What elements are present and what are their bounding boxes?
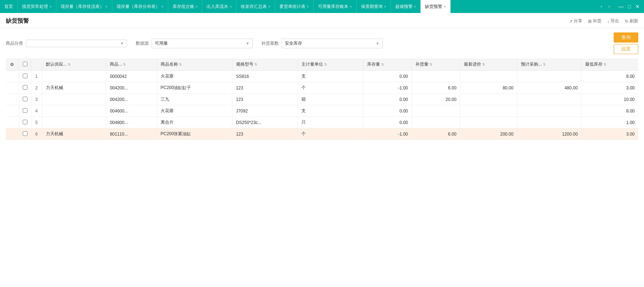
col-product-code-label: 商品...	[110, 61, 122, 67]
nav-tab-demand-stat[interactable]: 要货单统计表×	[275, 0, 314, 13]
datasource-value: 可用量	[155, 40, 168, 47]
refresh-action[interactable]: ↻ 刷新	[625, 18, 638, 24]
nav-tab-close[interactable]: ×	[307, 5, 309, 9]
replenish-base-filter: 补货基数 安全库存 ▼	[261, 39, 383, 48]
replenish-base-arrow: ▼	[376, 41, 379, 45]
row-checkbox[interactable]	[23, 97, 27, 101]
share-label: 分享	[574, 18, 582, 24]
cell-stock: 0.00	[363, 94, 412, 105]
cell-product-code: 801110...	[106, 128, 157, 140]
row-checkbox[interactable]	[23, 74, 27, 78]
nav-tab-close[interactable]: ×	[161, 5, 164, 9]
close-button[interactable]: ✕	[634, 3, 641, 10]
shortage-table: ⚙ 默认供应... ⇅ 商品..	[6, 58, 638, 140]
table-header: ⚙ 默认供应... ⇅ 商品..	[6, 58, 638, 71]
export-action[interactable]: ↓ 导出	[607, 18, 619, 24]
cell-stock: -1.00	[363, 128, 412, 140]
cell-min-stock: 8.00	[582, 71, 638, 82]
cell-replenish-qty: 6.00	[412, 82, 460, 94]
table-body: 10000042火花塞SS816支0.008.002力天机械004200...P…	[6, 71, 638, 140]
category-select-arrow: ▼	[120, 41, 124, 45]
column-replenish-qty: 补货量 ⇅	[412, 58, 460, 71]
nav-tab-shortage[interactable]: 缺货预警×	[421, 0, 451, 13]
nav-tab-close[interactable]: ×	[350, 5, 352, 9]
table-row: 4004600...火花塞J7092支0.008.00	[6, 105, 638, 117]
cell-spec: SS816	[232, 71, 297, 82]
cell-unit: 个	[297, 128, 363, 140]
cell-checkbox	[19, 105, 31, 117]
row-checkbox[interactable]	[23, 85, 27, 90]
nav-tab-close[interactable]: ×	[414, 5, 416, 9]
nav-tab-exception[interactable]: 拣货异常处理×	[18, 0, 56, 13]
replenish-base-label: 补货基数	[261, 40, 279, 47]
nav-tab-label: 保质期查询	[361, 4, 383, 10]
cell-checkbox	[19, 128, 31, 140]
query-button[interactable]: 查询	[614, 32, 638, 43]
cell-unit: 支	[297, 105, 363, 117]
sort-icon-stock: ⇅	[381, 63, 384, 66]
cell-row-num: 4	[31, 105, 42, 117]
cell-row-num: 5	[31, 117, 42, 128]
nav-tab-close[interactable]: ×	[196, 5, 198, 9]
nav-tab-close[interactable]: ×	[230, 5, 232, 9]
nav-tab-available-ledger[interactable]: 可用量库存账本×	[314, 0, 357, 13]
nav-tab-close[interactable]: ×	[384, 5, 386, 9]
column-est-purchase: 预计采购... ⇅	[517, 58, 582, 71]
cell-row-num: 2	[31, 82, 42, 94]
nav-tab-overstock[interactable]: 超储预警×	[391, 0, 421, 13]
data-table-container: ⚙ 默认供应... ⇅ 商品..	[0, 58, 644, 140]
select-all-checkbox[interactable]	[23, 62, 27, 66]
replenish-base-select[interactable]: 安全库存 ▼	[282, 39, 383, 48]
nav-next-arrow[interactable]: ›	[606, 3, 613, 10]
minimize-button[interactable]: —	[617, 3, 625, 10]
nav-tab-inventory-dist[interactable]: 现存量（库存分布表）×	[112, 0, 168, 13]
cell-replenish-qty	[412, 105, 460, 117]
row-checkbox[interactable]	[23, 131, 27, 136]
nav-tab-collect-summary[interactable]: 收发存汇总表×	[236, 0, 275, 13]
cell-unit: 只	[297, 117, 363, 128]
nav-tab-expiry-query[interactable]: 保质期查询×	[357, 0, 391, 13]
column-min-stock: 最低库存 ⇅	[582, 58, 638, 71]
nav-tab-inventory-status[interactable]: 现存量（库存状况表）×	[56, 0, 112, 13]
cell-latest-price	[460, 117, 517, 128]
cell-row-num: 1	[31, 71, 42, 82]
cell-default-supplier	[42, 105, 106, 117]
replenish-action[interactable]: ⊞ 补货	[588, 18, 601, 24]
col-stock-label: 库存量	[367, 61, 380, 67]
refresh-icon: ↻	[625, 19, 628, 24]
maximize-button[interactable]: □	[627, 3, 632, 10]
cell-product-code: 004200...	[106, 82, 157, 94]
cell-min-stock: 3.00	[582, 82, 638, 94]
nav-tab-home[interactable]: 首页	[0, 0, 18, 13]
cell-min-stock: 3.00	[582, 128, 638, 140]
nav-tab-close[interactable]: ×	[105, 5, 108, 9]
row-checkbox[interactable]	[23, 108, 27, 113]
cell-gear	[6, 128, 19, 140]
nav-tab-inout-flow[interactable]: 出入库流水×	[202, 0, 236, 13]
column-rownum	[31, 58, 42, 71]
nav-tab-close[interactable]: ×	[444, 5, 446, 9]
window-controls: — □ ✕	[614, 3, 644, 10]
nav-tab-label: 现存量（库存状况表）	[61, 4, 104, 10]
nav-tab-close[interactable]: ×	[268, 5, 270, 9]
nav-tab-batch-account[interactable]: 库存批次账×	[168, 0, 203, 13]
gear-icon[interactable]: ⚙	[10, 62, 14, 67]
nav-prev-arrow[interactable]: ‹	[598, 3, 605, 10]
cell-product-name: PC200张紧油缸	[157, 128, 232, 140]
category-select[interactable]: ▼	[26, 40, 127, 47]
settings-button[interactable]: 设置	[614, 44, 638, 54]
export-label: 导出	[610, 18, 619, 24]
col-default-supplier-label: 默认供应...	[46, 61, 67, 67]
cell-checkbox	[19, 94, 31, 105]
share-action[interactable]: ↗ 分享	[569, 18, 582, 24]
sort-icon-supplier: ⇅	[68, 63, 71, 66]
cell-est-purchase	[517, 117, 582, 128]
datasource-select[interactable]: 可用量 ▼	[152, 39, 253, 48]
nav-tab-close[interactable]: ×	[49, 5, 52, 9]
cell-replenish-qty	[412, 71, 460, 82]
cell-latest-price	[460, 94, 517, 105]
table-row: 10000042火花塞SS816支0.008.00	[6, 71, 638, 82]
cell-gear	[6, 105, 19, 117]
row-checkbox[interactable]	[23, 120, 27, 124]
sort-icon-min-stock: ⇅	[604, 63, 606, 66]
